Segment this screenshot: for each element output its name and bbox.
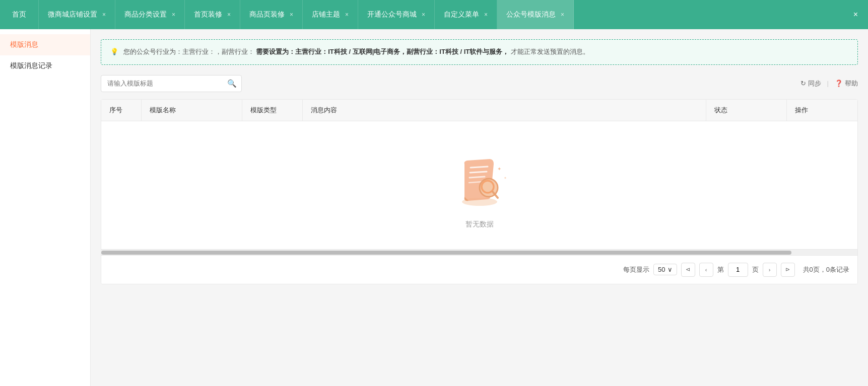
- tab-bar: 首页 微商城店铺设置 × 商品分类设置 × 首页装修 × 商品页装修 × 店铺主…: [0, 0, 868, 29]
- total-info: 共0页，0条记录: [803, 265, 849, 274]
- svg-line-1: [471, 167, 488, 168]
- tab-template-msg-close[interactable]: ×: [561, 11, 564, 18]
- page-label-pre: 第: [717, 265, 724, 274]
- tab-template-msg-label: 公众号模版消息: [506, 10, 556, 19]
- sidebar-item-template-msg[interactable]: 模版消息: [0, 34, 90, 55]
- tab-custom-menu[interactable]: 自定义菜单 ×: [435, 0, 497, 29]
- tab-store-theme[interactable]: 店铺主题 ×: [303, 0, 358, 29]
- tab-open-mall[interactable]: 开通公众号商城 ×: [358, 0, 435, 29]
- table-header: 序号 模版名称 模版类型 消息内容 状态 操作: [101, 100, 857, 121]
- sidebar-item-template-msg-record-label: 模版消息记录: [10, 61, 52, 69]
- sync-button[interactable]: ↻ 同步: [800, 79, 821, 88]
- close-all-button[interactable]: ×: [843, 10, 868, 19]
- tab-home[interactable]: 首页: [0, 0, 39, 29]
- th-status: 状态: [706, 100, 787, 121]
- main-content: 💡 您的公众号行业为：主营行业：，副营行业： 需要设置为：主营行业：IT科技 /…: [91, 29, 868, 386]
- notice-prefix: 您的公众号行业为：主营行业：，副营行业：: [123, 48, 254, 55]
- search-input[interactable]: [101, 75, 242, 92]
- tab-home-label: 首页: [12, 10, 26, 19]
- next-page-button[interactable]: ›: [763, 263, 777, 277]
- tab-product-category[interactable]: 商品分类设置 ×: [115, 0, 185, 29]
- per-page-select[interactable]: 50 ∨: [653, 264, 677, 275]
- tab-product-category-close[interactable]: ×: [172, 11, 175, 18]
- toolbar-divider: |: [827, 80, 829, 87]
- tab-custom-menu-close[interactable]: ×: [484, 11, 488, 18]
- th-name: 模版名称: [142, 100, 242, 121]
- horizontal-scrollbar[interactable]: [101, 249, 857, 255]
- prev-page-button[interactable]: ‹: [699, 263, 713, 277]
- th-content: 消息内容: [303, 100, 706, 121]
- page-input[interactable]: [728, 263, 748, 277]
- svg-text:✦: ✦: [497, 166, 501, 172]
- tab-store-theme-close[interactable]: ×: [345, 11, 349, 18]
- search-button[interactable]: 🔍: [227, 79, 237, 88]
- notice-suffix: 才能正常发送预置的消息。: [511, 48, 589, 55]
- tab-micro-store-label: 微商城店铺设置: [48, 10, 97, 19]
- svg-line-3: [470, 177, 485, 178]
- sidebar-item-template-msg-label: 模版消息: [10, 40, 38, 48]
- sync-label: 同步: [808, 79, 821, 88]
- search-bar: 🔍 ↻ 同步 | ❓ 帮助: [101, 75, 858, 92]
- tab-product-decor[interactable]: 商品页装修 ×: [240, 0, 303, 29]
- tab-product-decor-label: 商品页装修: [249, 10, 285, 19]
- toolbar-right: ↻ 同步 | ❓ 帮助: [800, 79, 858, 88]
- per-page-label: 每页显示: [623, 265, 649, 274]
- tab-home-decor[interactable]: 首页装修 ×: [185, 0, 240, 29]
- search-input-wrap: 🔍: [101, 75, 242, 92]
- tab-micro-store-close[interactable]: ×: [102, 11, 106, 18]
- data-table: 序号 模版名称 模版类型 消息内容 状态 操作: [101, 99, 858, 284]
- sidebar-item-template-msg-record[interactable]: 模版消息记录: [0, 55, 90, 76]
- scrollbar-thumb[interactable]: [101, 251, 791, 255]
- th-type: 模版类型: [242, 100, 303, 121]
- tab-home-decor-label: 首页装修: [194, 10, 222, 19]
- empty-state: ✦ ✦ 暂无数据: [101, 121, 857, 249]
- pagination: 每页显示 50 ∨ ⊲ ‹ 第 页 › ⊳ 共0页，0条记录: [101, 255, 857, 284]
- help-label: 帮助: [845, 79, 858, 88]
- tab-open-mall-close[interactable]: ×: [422, 11, 425, 18]
- notice-box: 💡 您的公众号行业为：主营行业：，副营行业： 需要设置为：主营行业：IT科技 /…: [101, 39, 858, 65]
- tab-template-msg[interactable]: 公众号模版消息 ×: [497, 0, 574, 29]
- help-icon: ❓: [835, 80, 843, 87]
- empty-icon: ✦ ✦: [449, 151, 510, 212]
- help-button[interactable]: ❓ 帮助: [835, 79, 858, 88]
- chevron-down-icon: ∨: [667, 266, 673, 273]
- notice-highlight: 需要设置为：主营行业：IT科技 / 互联网|电子商务，副营行业：IT科技 / I…: [256, 48, 509, 55]
- last-page-button[interactable]: ⊳: [781, 263, 795, 277]
- page-label-post: 页: [752, 265, 759, 274]
- first-page-button[interactable]: ⊲: [681, 263, 695, 277]
- svg-text:✦: ✦: [504, 176, 507, 180]
- tab-open-mall-label: 开通公众号商城: [367, 10, 417, 19]
- tab-product-category-label: 商品分类设置: [124, 10, 167, 19]
- tab-custom-menu-label: 自定义菜单: [444, 10, 479, 19]
- empty-text: 暂无数据: [465, 220, 494, 229]
- sync-icon: ↻: [800, 80, 806, 87]
- search-icon: 🔍: [227, 79, 237, 88]
- svg-line-2: [470, 172, 487, 173]
- tab-product-decor-close[interactable]: ×: [290, 11, 293, 18]
- th-seq: 序号: [101, 100, 142, 121]
- tab-home-decor-close[interactable]: ×: [227, 11, 231, 18]
- th-action: 操作: [787, 100, 857, 121]
- tab-store-theme-label: 店铺主题: [312, 10, 340, 19]
- notice-icon: 💡: [110, 47, 118, 57]
- tab-micro-store[interactable]: 微商城店铺设置 ×: [39, 0, 115, 29]
- main-layout: 模版消息 模版消息记录 💡 您的公众号行业为：主营行业：，副营行业： 需要设置为…: [0, 29, 868, 386]
- per-page-value: 50: [658, 266, 665, 273]
- sidebar: 模版消息 模版消息记录: [0, 29, 91, 386]
